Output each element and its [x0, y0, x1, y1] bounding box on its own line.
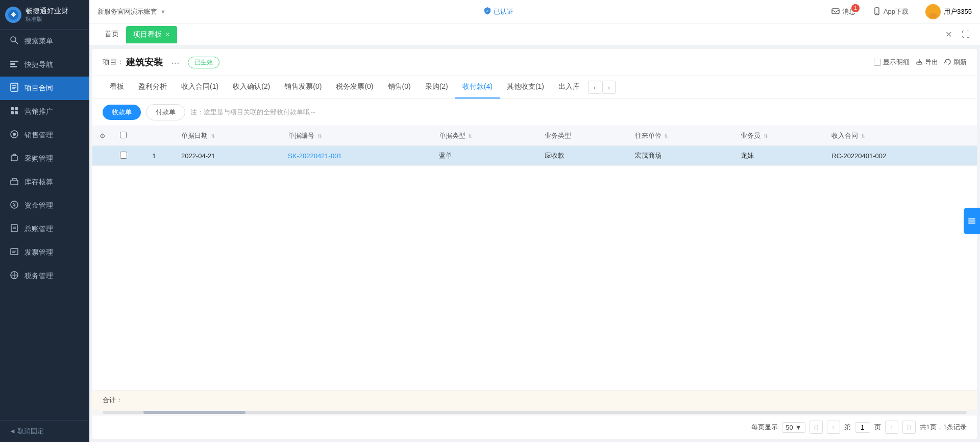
td-date: 2022-04-21 — [174, 146, 281, 166]
svg-rect-12 — [15, 107, 18, 110]
sub-tab-in-out[interactable]: 出入库 — [551, 76, 587, 99]
sub-tab-income-contract[interactable]: 收入合同(1) — [174, 76, 226, 99]
th-salesperson[interactable]: 业务员 ⇅ — [733, 126, 824, 146]
svg-rect-11 — [11, 107, 14, 110]
topbar-divider2 — [917, 7, 917, 17]
tab-close-icon[interactable]: ✕ — [165, 31, 170, 38]
project-title: 建筑安装 — [126, 56, 163, 68]
tab-project-board[interactable]: 项目看板 ✕ — [126, 26, 177, 43]
user-menu-btn[interactable]: 用户3355 — [925, 4, 972, 19]
tab-project-board-label: 项目看板 — [133, 30, 162, 39]
svg-rect-5 — [10, 63, 15, 65]
show-detail-checkbox[interactable]: 显示明细 — [874, 58, 910, 67]
th-income-contract[interactable]: 收入合同 ⇅ — [824, 126, 977, 146]
th-date[interactable]: 单据日期 ⇅ — [174, 126, 281, 146]
window-close-btn[interactable]: ✕ — [942, 29, 954, 41]
page-number-input[interactable] — [855, 422, 870, 433]
export-btn[interactable]: 导出 — [916, 58, 938, 67]
project-actions: 显示明细 导出 刷新 — [874, 58, 967, 67]
sidebar-item-invoice-mgmt[interactable]: 发票管理 — [0, 241, 89, 264]
page-next-btn[interactable]: › — [885, 421, 898, 434]
sidebar-item-ledger[interactable]: 总账管理 — [0, 217, 89, 241]
refresh-btn[interactable]: 刷新 — [944, 58, 967, 67]
sidebar-item-label: 销售管理 — [24, 131, 53, 140]
th-code[interactable]: 单据编号 ⇅ — [281, 126, 431, 146]
sidebar-item-label: 营销推广 — [24, 107, 53, 116]
td-code[interactable]: SK-20220421-001 — [281, 146, 431, 166]
sidebar-item-marketing[interactable]: 营销推广 — [0, 100, 89, 124]
sidebar-item-purchase-mgmt[interactable]: 采购管理 — [0, 147, 89, 170]
select-all-checkbox[interactable] — [120, 132, 127, 138]
row-checkbox[interactable] — [120, 152, 127, 159]
sub-tab-prev-btn[interactable]: ‹ — [588, 81, 601, 94]
th-type[interactable]: 单据类型 ⇅ — [432, 126, 537, 146]
sub-tab-next-btn[interactable]: › — [602, 81, 616, 94]
scrollbar-thumb[interactable] — [143, 411, 246, 414]
app-download-btn[interactable]: App下载 — [872, 7, 909, 16]
sidebar-logo: ❋ 畅捷通好业财 标准版 — [0, 0, 89, 30]
sidebar-item-tax-mgmt[interactable]: 税务管理 — [0, 264, 89, 288]
horizontal-scrollbar[interactable] — [92, 410, 977, 415]
sub-tab-purchase[interactable]: 采购(2) — [418, 76, 455, 99]
page-size-select[interactable]: 50 ▼ — [782, 422, 805, 433]
demo-dropdown-arrow[interactable]: ▼ — [160, 9, 166, 15]
finance-icon: ¥ — [9, 200, 19, 211]
page-prev-btn[interactable]: ‹ — [827, 421, 840, 434]
sidebar-item-sales-mgmt[interactable]: 销售管理 — [0, 124, 89, 147]
float-btn-icon — [967, 216, 977, 226]
sidebar-item-search[interactable]: 搜索菜单 — [0, 30, 89, 53]
sidebar-item-project-contract[interactable]: 项目合同 — [0, 77, 89, 100]
show-detail-checkbox-box[interactable] — [874, 59, 881, 66]
sidebar-item-quick-nav[interactable]: 快捷导航 — [0, 53, 89, 77]
demo-account-label[interactable]: 新服务官网演示账套 ▼ — [97, 7, 166, 16]
filter-note: 注：这里是与项目关联的全部收付款单哦～ — [190, 108, 316, 117]
sidebar: ❋ 畅捷通好业财 标准版 搜索菜单 快捷导航 项目合同 — [0, 0, 89, 442]
sidebar-item-label: 资金管理 — [24, 201, 53, 210]
sub-tab-receipt-payment[interactable]: 收付款(4) — [455, 76, 500, 99]
sidebar-item-finance[interactable]: ¥ 资金管理 — [0, 194, 89, 217]
sub-tab-profit[interactable]: 盈利分析 — [131, 76, 174, 99]
page-first-btn[interactable]: ⟨⟨ — [810, 421, 823, 434]
right-float-btn[interactable] — [964, 208, 980, 234]
sidebar-item-label: 总账管理 — [24, 225, 53, 234]
page-size-dropdown-icon: ▼ — [795, 424, 802, 431]
project-more-btn[interactable]: ··· — [171, 57, 180, 68]
table-footer: 合计： — [92, 390, 977, 410]
th-settings[interactable]: ⚙ — [92, 126, 113, 146]
sub-tab-tax-invoice[interactable]: 税务发票(0) — [329, 76, 380, 99]
window-controls: ✕ ⛶ — [942, 29, 972, 41]
refresh-icon — [944, 58, 951, 67]
td-checkbox[interactable] — [113, 146, 134, 166]
tax-mgmt-icon — [9, 271, 19, 282]
sub-tab-other-expense[interactable]: 其他收支(1) — [500, 76, 551, 99]
page-last-btn[interactable]: ⟩⟩ — [902, 421, 916, 434]
tabbar: 首页 项目看板 ✕ ✕ ⛶ — [89, 23, 980, 46]
refresh-label: 刷新 — [953, 58, 967, 67]
sub-tab-sales-invoice[interactable]: 销售发票(0) — [277, 76, 329, 99]
td-income-contract: RC-20220401-002 — [824, 146, 977, 166]
svg-rect-4 — [10, 61, 18, 62]
message-icon — [831, 7, 840, 16]
filter-payment-btn[interactable]: 付款单 — [146, 104, 185, 120]
sidebar-unpin-btn[interactable]: ◄ 取消固定 — [0, 420, 89, 442]
invoice-mgmt-icon — [9, 247, 19, 258]
th-partner[interactable]: 往来单位 ⇅ — [628, 126, 733, 146]
tab-home[interactable]: 首页 — [97, 24, 126, 45]
sub-tab-income-confirm[interactable]: 收入确认(2) — [226, 76, 277, 99]
scrollbar-track[interactable] — [103, 411, 967, 414]
content-area: 项目： 建筑安装 ··· 已生效 显示明细 导出 — [92, 49, 977, 439]
sidebar-item-inventory[interactable]: 库存核算 — [0, 170, 89, 194]
main-area: 新服务官网演示账套 ▼ ✓ 已认证 消息 1 App下载 — [89, 0, 980, 442]
message-btn[interactable]: 消息 1 — [831, 7, 855, 16]
td-num: 1 — [134, 146, 174, 166]
sub-tab-kanban[interactable]: 看板 — [103, 76, 131, 99]
svg-rect-6 — [10, 66, 17, 67]
sidebar-item-label: 发票管理 — [24, 248, 53, 257]
filter-receipt-btn[interactable]: 收款单 — [103, 105, 141, 120]
total-label: 共1页，1条记录 — [920, 423, 967, 432]
user-label: 用户3355 — [944, 7, 972, 16]
record-link[interactable]: SK-20220421-001 — [288, 152, 342, 160]
sub-tab-sales[interactable]: 销售(0) — [381, 76, 418, 99]
settings-icon[interactable]: ⚙ — [100, 132, 106, 140]
window-maximize-btn[interactable]: ⛶ — [960, 29, 972, 41]
